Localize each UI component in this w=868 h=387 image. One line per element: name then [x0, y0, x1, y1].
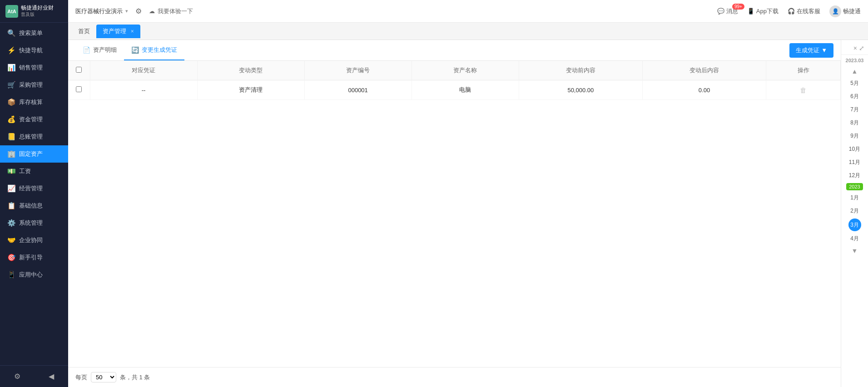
message-button[interactable]: 💬 消息 99+	[717, 7, 738, 15]
change-icon: 🔄	[131, 46, 139, 54]
sidebar-item-label: 库存核算	[19, 98, 43, 106]
generate-voucher-button[interactable]: 生成凭证 ▼	[789, 43, 833, 58]
sidebar-item-operations[interactable]: 📈 经营管理	[0, 180, 68, 197]
quick-nav-icon: ⚡	[7, 46, 15, 55]
header-action: 操作	[766, 61, 841, 80]
sidebar: AtA 畅捷通好业财 普及版 🔍 搜索菜单 ⚡ 快捷导航 📊 销售管理 🛒 采购…	[0, 0, 68, 387]
total-text: 条，共 1 条	[120, 373, 150, 382]
sidebar-item-basic-info[interactable]: 📋 基础信息	[0, 197, 68, 214]
main-area: 医疗器械行业演示 ▾ ⚙ ☁ 我要体验一下 💬 消息 99+ 📱 App下载 🎧…	[68, 0, 868, 387]
subtabs: 📄 资产明细 🔄 变更生成凭证 生成凭证 ▼	[68, 40, 841, 61]
message-icon: 💬	[717, 8, 724, 15]
date-year-label: 2023.03	[841, 55, 868, 66]
sidebar-item-label: 新手引导	[19, 253, 43, 262]
panel-expand-button[interactable]: ⤢	[858, 44, 865, 53]
sidebar-item-label: 销售管理	[19, 64, 43, 72]
sidebar-item-label: 工资	[19, 167, 31, 175]
cell-action[interactable]: 🗑	[766, 80, 841, 100]
subtab-asset-detail[interactable]: 📄 资产明细	[75, 40, 124, 60]
date-months-current: 1月 2月 3月 4月	[841, 191, 868, 245]
header-voucher: 对应凭证	[90, 61, 197, 80]
date-month-12[interactable]: 12月	[841, 169, 868, 182]
sidebar-item-label: 资金管理	[19, 115, 43, 124]
panel-close-button[interactable]: ×	[853, 44, 858, 53]
date-month-9[interactable]: 9月	[841, 129, 868, 143]
cloud-icon: ☁	[149, 8, 155, 15]
date-month-4[interactable]: 4月	[841, 232, 868, 245]
date-down-button[interactable]: ▼	[841, 245, 868, 256]
subtab-change-voucher[interactable]: 🔄 变更生成凭证	[124, 40, 184, 60]
cell-after: 0.00	[642, 80, 766, 100]
purchase-icon: 🛒	[7, 81, 15, 89]
date-month-10[interactable]: 10月	[841, 143, 868, 156]
sidebar-item-label: 经营管理	[19, 184, 43, 193]
sidebar-item-payroll[interactable]: 💵 工资	[0, 163, 68, 180]
sidebar-item-label: 企业协同	[19, 236, 43, 244]
table-wrapper: 对应凭证 变动类型 资产编号 资产名称 变动前内容 变动后内容 操作	[68, 61, 841, 367]
sidebar-item-fixed-assets[interactable]: 🏢 固定资产	[0, 145, 68, 163]
date-year-badge[interactable]: 2023	[846, 183, 863, 190]
sidebar-item-finance[interactable]: 💰 资金管理	[0, 111, 68, 128]
logo-icon: AtA	[5, 5, 18, 18]
topbar-settings-icon[interactable]: ⚙	[135, 7, 142, 15]
content-main: 📄 资产明细 🔄 变更生成凭证 生成凭证 ▼	[68, 40, 841, 387]
row-checkbox-cell[interactable]	[68, 80, 90, 100]
sidebar-item-label: 快捷导航	[19, 46, 43, 55]
sidebar-item-label: 总账管理	[19, 133, 43, 141]
row-checkbox[interactable]	[76, 86, 82, 92]
sidebar-item-enterprise[interactable]: 🤝 企业协同	[0, 232, 68, 249]
sidebar-item-label: 基础信息	[19, 202, 43, 210]
tab-asset-management[interactable]: 资产管理 ×	[96, 25, 140, 38]
sidebar-item-label: 固定资产	[19, 150, 43, 158]
sidebar-item-quick-nav[interactable]: ⚡ 快捷导航	[0, 42, 68, 59]
sidebar-item-system[interactable]: ⚙️ 系统管理	[0, 214, 68, 232]
app-download-button[interactable]: 📱 App下载	[747, 7, 779, 15]
online-service-button[interactable]: 🎧 在线客服	[788, 7, 820, 15]
search-icon: 🔍	[7, 29, 15, 37]
user-profile[interactable]: 👤 畅捷通	[829, 5, 861, 17]
date-month-11[interactable]: 11月	[841, 156, 868, 169]
sidebar-item-inventory[interactable]: 📦 库存核算	[0, 94, 68, 111]
company-selector[interactable]: 医疗器械行业演示 ▾	[75, 7, 128, 15]
date-month-6[interactable]: 6月	[841, 90, 868, 103]
table-icon: 📄	[83, 46, 90, 54]
tab-close-icon[interactable]: ×	[131, 28, 134, 35]
active-tab-label: 资产管理	[103, 28, 126, 35]
online-service-label: 在线客服	[797, 7, 820, 15]
finance-icon: 💰	[7, 115, 15, 124]
sidebar-item-app-center[interactable]: 📱 应用中心	[0, 266, 68, 283]
per-page-select[interactable]: 10 20 50 100	[91, 372, 116, 382]
sidebar-item-guide[interactable]: 🎯 新手引导	[0, 249, 68, 266]
header-before: 变动前内容	[519, 61, 642, 80]
collapse-icon[interactable]: ◀	[47, 370, 56, 382]
header-asset-no: 资产编号	[304, 61, 412, 80]
header-checkbox[interactable]	[68, 61, 90, 80]
date-month-8[interactable]: 8月	[841, 116, 868, 129]
date-month-3[interactable]: 3月	[848, 218, 861, 231]
generate-btn-arrow: ▼	[821, 47, 827, 54]
date-month-7[interactable]: 7月	[841, 103, 868, 116]
date-month-5[interactable]: 5月	[841, 77, 868, 90]
table-row: -- 资产清理 000001 电脑 50,000.00 0.00 🗑	[68, 80, 841, 100]
trial-button[interactable]: ☁ 我要体验一下	[149, 7, 193, 15]
tab-home[interactable]: 首页	[74, 25, 94, 38]
sidebar-item-search[interactable]: 🔍 搜索菜单	[0, 25, 68, 42]
content-area: 📄 资产明细 🔄 变更生成凭证 生成凭证 ▼	[68, 40, 868, 387]
sidebar-item-ledger[interactable]: 📒 总账管理	[0, 128, 68, 145]
sidebar-item-purchase[interactable]: 🛒 采购管理	[0, 76, 68, 94]
system-icon: ⚙️	[7, 219, 15, 227]
cell-change-type: 资产清理	[197, 80, 304, 100]
date-month-2[interactable]: 2月	[841, 204, 868, 218]
date-month-1[interactable]: 1月	[841, 191, 868, 204]
sidebar-logo: AtA 畅捷通好业财 普及版	[0, 0, 68, 23]
select-all-checkbox[interactable]	[76, 67, 82, 73]
topbar: 医疗器械行业演示 ▾ ⚙ ☁ 我要体验一下 💬 消息 99+ 📱 App下载 🎧…	[68, 0, 868, 23]
sidebar-item-sales[interactable]: 📊 销售管理	[0, 59, 68, 76]
date-up-button[interactable]: ▲	[841, 66, 868, 77]
settings-icon[interactable]: ⚙	[12, 370, 22, 382]
header-asset-name: 资产名称	[412, 61, 519, 80]
avatar: 👤	[829, 5, 841, 17]
header-change-type: 变动类型	[197, 61, 304, 80]
username: 畅捷通	[843, 7, 861, 15]
delete-icon[interactable]: 🗑	[800, 86, 807, 94]
